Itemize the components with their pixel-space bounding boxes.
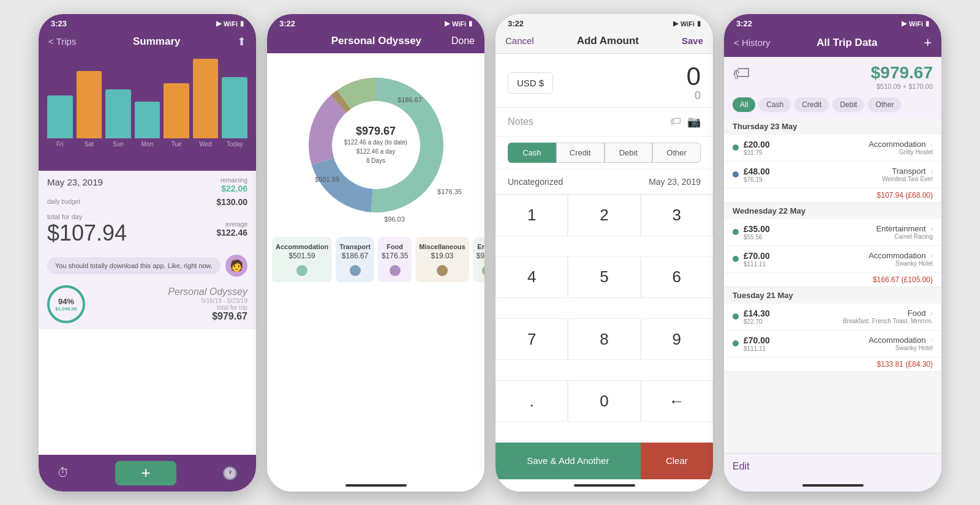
payment-tab-debit[interactable]: Debit bbox=[605, 143, 653, 163]
timer-icon[interactable]: ⏱ bbox=[57, 466, 69, 480]
bar-item: Sat bbox=[77, 71, 102, 148]
history-item[interactable]: £70.00 $111.11 Accommodation › Swanky Ho… bbox=[724, 331, 941, 357]
save-button[interactable]: Save bbox=[682, 36, 703, 46]
category-selector[interactable]: Uncategorized bbox=[508, 177, 563, 187]
currency-selector[interactable]: USD $ bbox=[508, 72, 553, 94]
nav-bar-2: Personal Odyssey Done bbox=[267, 31, 484, 53]
category-col[interactable]: Miscellaneous $19.03 bbox=[415, 237, 469, 282]
history-item[interactable]: £48.00 $76.19 Transport › Weirdest Taxi … bbox=[724, 162, 941, 189]
category-name: Accommodation bbox=[276, 243, 328, 250]
numpad-key-5[interactable]: 5 bbox=[568, 256, 640, 298]
bar-item: Sun bbox=[105, 89, 131, 148]
numpad-key-4[interactable]: 4 bbox=[496, 256, 568, 298]
numpad-key-9[interactable]: 9 bbox=[641, 318, 713, 360]
section-total: $166.67 (£105.00) bbox=[733, 275, 933, 284]
svg-text:$186.67: $186.67 bbox=[398, 96, 422, 103]
history-list: Thursday 23 May £20.00 $31.75 Accommodat… bbox=[724, 118, 941, 453]
bar-label: Sun bbox=[113, 141, 124, 148]
numpad-key-6[interactable]: 6 bbox=[641, 256, 713, 298]
payment-tab-cash[interactable]: Cash bbox=[508, 143, 556, 163]
item-primary: £70.00 bbox=[744, 251, 770, 261]
trips-back-button[interactable]: < Trips bbox=[48, 36, 76, 47]
bar-label: Tue bbox=[172, 141, 182, 148]
bar-item: Tue bbox=[164, 83, 189, 148]
numpad-key-3[interactable]: 3 bbox=[641, 195, 713, 236]
time-1: 3:23 bbox=[51, 19, 67, 28]
amount-cents: 0 bbox=[687, 89, 701, 102]
trip-name: Personal Odyssey bbox=[168, 286, 247, 297]
phone-summary: 3:23 ▶ WiFi ▮ < Trips Summary ⬆ FriSatSu… bbox=[39, 14, 256, 492]
numpad-key-8[interactable]: 8 bbox=[568, 318, 640, 360]
signal-icon-3: ▶ bbox=[673, 20, 678, 28]
signal-icon-2: ▶ bbox=[445, 20, 450, 28]
history-icon[interactable]: 🕐 bbox=[222, 466, 238, 481]
total-right: $979.67 $510.09 + $170.00 bbox=[871, 63, 933, 90]
item-primary: £20.00 bbox=[744, 140, 770, 149]
filter-tab-other[interactable]: Other bbox=[868, 97, 901, 112]
filter-tab-cash[interactable]: Cash bbox=[759, 97, 791, 112]
status-icons-2: ▶ WiFi ▮ bbox=[445, 20, 472, 28]
category-col[interactable]: Ente... $96.03 bbox=[473, 237, 484, 282]
chevron-icon: › bbox=[930, 309, 933, 318]
item-dot bbox=[733, 313, 739, 320]
item-amounts: £20.00 $31.75 bbox=[744, 140, 770, 156]
clear-button[interactable]: Clear bbox=[641, 443, 713, 479]
item-amounts: £70.00 $111.11 bbox=[744, 335, 770, 352]
nav-bar-3: Cancel Add Amount Save bbox=[496, 31, 713, 54]
numpad-key-decimal[interactable]: . bbox=[496, 380, 568, 422]
tag-icon[interactable]: 🏷 bbox=[670, 115, 681, 129]
history-item[interactable]: £14.30 $22.70 Food › Breakfast. French T… bbox=[724, 304, 941, 331]
numpad-key-7[interactable]: 7 bbox=[496, 318, 568, 360]
trip-row: 94% $1,040.00 Personal Odyssey 5/16/19 -… bbox=[39, 282, 256, 329]
add-expense-button[interactable]: + bbox=[115, 461, 176, 485]
item-dot bbox=[733, 229, 739, 235]
svg-point-1 bbox=[332, 101, 420, 189]
filter-tab-debit[interactable]: Debit bbox=[832, 97, 864, 112]
numpad: 123456789.0← bbox=[496, 195, 713, 443]
payment-tab-credit[interactable]: Credit bbox=[556, 143, 605, 163]
category-amount: $176.35 bbox=[382, 252, 408, 260]
item-subcategory: Gritty Hostel bbox=[869, 149, 933, 155]
chart-area: FriSatSunMonTueWedToday bbox=[39, 54, 256, 171]
chevron-icon: › bbox=[930, 225, 933, 233]
item-amounts: £70.00 $111.11 bbox=[744, 251, 770, 267]
status-bar-3: 3:22 ▶ WiFi ▮ bbox=[496, 14, 713, 31]
category-col[interactable]: Transport $186.67 bbox=[336, 237, 374, 282]
personal-odyssey-title: Personal Odyssey bbox=[331, 35, 421, 47]
wifi-icon: WiFi bbox=[224, 20, 238, 28]
item-dot bbox=[733, 340, 739, 346]
numpad-key-backspace[interactable]: ← bbox=[641, 380, 713, 422]
item-secondary: $31.75 bbox=[744, 149, 770, 156]
section-total: $107.94 (£68.00) bbox=[733, 191, 933, 200]
numpad-key-2[interactable]: 2 bbox=[568, 195, 640, 236]
daily-budget-label: daily budget bbox=[47, 198, 80, 205]
filter-tab-all[interactable]: All bbox=[733, 97, 755, 112]
edit-bar[interactable]: Edit bbox=[724, 453, 941, 479]
phone-personal-odyssey: 3:22 ▶ WiFi ▮ Personal Odyssey Done bbox=[267, 14, 484, 492]
battery-icon-2: ▮ bbox=[469, 20, 472, 28]
item-right: Transport › Weirdest Taxi Ever bbox=[882, 166, 933, 182]
date-selector[interactable]: May 23, 2019 bbox=[649, 177, 701, 187]
history-item[interactable]: £35.00 $55.56 Entertainment › Camel Raci… bbox=[724, 219, 941, 246]
camera-icon[interactable]: 📷 bbox=[687, 115, 701, 129]
category-name: Ente... bbox=[477, 243, 484, 250]
status-bar-2: 3:22 ▶ WiFi ▮ bbox=[267, 14, 484, 31]
save-add-another-button[interactable]: Save & Add Another bbox=[496, 443, 641, 479]
share-button[interactable]: ⬆ bbox=[237, 35, 246, 48]
numpad-key-1[interactable]: 1 bbox=[496, 195, 568, 236]
filter-tab-credit[interactable]: Credit bbox=[794, 97, 829, 112]
battery-icon-4: ▮ bbox=[925, 20, 929, 28]
category-col[interactable]: Accommodation $501.59 bbox=[272, 237, 332, 282]
payment-tab-other[interactable]: Other bbox=[652, 143, 701, 163]
add-button-4[interactable]: + bbox=[924, 35, 932, 51]
history-item[interactable]: £20.00 $31.75 Accommodation › Gritty Hos… bbox=[724, 135, 941, 162]
history-item[interactable]: £70.00 $111.11 Accommodation › Swanky Ho… bbox=[724, 246, 941, 273]
done-button[interactable]: Done bbox=[451, 36, 475, 47]
category-col[interactable]: Food $176.35 bbox=[378, 237, 412, 282]
cancel-button[interactable]: Cancel bbox=[505, 36, 534, 46]
history-back-button[interactable]: < History bbox=[734, 37, 771, 48]
status-icons-4: ▶ WiFi ▮ bbox=[902, 20, 929, 28]
notes-placeholder[interactable]: Notes bbox=[508, 116, 533, 127]
bar-chart: FriSatSunMonTueWedToday bbox=[47, 61, 247, 159]
numpad-key-0[interactable]: 0 bbox=[568, 380, 640, 422]
